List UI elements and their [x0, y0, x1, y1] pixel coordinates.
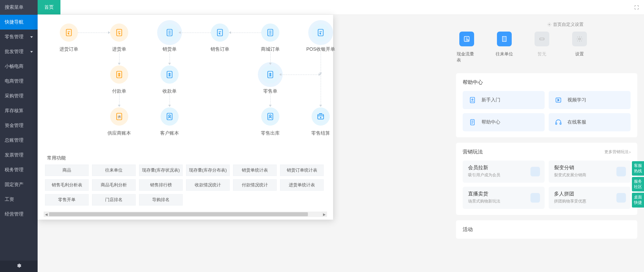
promo-bg-icon [528, 191, 542, 205]
svg-rect-5 [318, 29, 323, 36]
common-chip-2[interactable]: 现存量(库存状况表) [139, 165, 183, 176]
flow-node-retail-settle[interactable]: 零售结算 [295, 107, 346, 136]
flow-node-customer-ledger[interactable]: 客户账本 [144, 107, 195, 136]
svg-point-16 [549, 24, 550, 25]
help-service[interactable]: 在线客服 [549, 113, 631, 131]
sidebar-item-5[interactable]: 电商管理 [0, 74, 38, 89]
common-chip-3[interactable]: 现存量(库存分布表) [186, 165, 230, 176]
quick-settings[interactable]: 设置 [569, 32, 590, 63]
scroll-right-button[interactable]: ▶ [322, 212, 327, 217]
sidebar-item-label: 总账管理 [5, 137, 24, 143]
common-chip-13[interactable]: 门店排名 [92, 194, 136, 206]
common-chip-14[interactable]: 导购排名 [139, 194, 183, 206]
sidebar-item-12[interactable]: 固定资产 [0, 177, 38, 192]
quick-contacts[interactable]: 往来单位 [494, 32, 514, 63]
sidebar-item-label: 搜索菜单 [5, 4, 24, 10]
top-tabbar: 首页 [38, 0, 644, 15]
chevron-right-icon: › [629, 150, 631, 154]
flow-node-retail-out[interactable]: 零售出库 [245, 107, 295, 136]
flow-node-payment[interactable]: 付款单 [94, 65, 144, 94]
sidebar-item-label: 批发管理 [5, 49, 24, 55]
sidebar-item-14[interactable]: 经营管理 [0, 207, 38, 222]
common-chip-11[interactable]: 进货单统计表 [280, 179, 324, 191]
svg-point-14 [269, 115, 271, 117]
common-chip-0[interactable]: 商品 [45, 165, 89, 176]
tab-home[interactable]: 首页 [38, 0, 60, 14]
svg-point-21 [579, 38, 581, 40]
flow-node-supplier-ledger[interactable]: 供供应商账本 [94, 107, 144, 136]
svg-rect-19 [503, 37, 506, 42]
scroll-left-button[interactable]: ◀ [44, 212, 49, 217]
sidebar-item-label: 工资 [5, 196, 14, 202]
sidebar-item-label: 固定资产 [5, 182, 24, 188]
sidebar-item-11[interactable]: 税务管理 [0, 163, 38, 177]
sidebar-item-3[interactable]: 批发管理 [0, 44, 38, 59]
common-chip-1[interactable]: 往来单位 [92, 165, 136, 176]
common-chip-4[interactable]: 销货单统计表 [233, 165, 277, 176]
svg-rect-3 [217, 29, 222, 36]
flow-node-purchase-order[interactable]: 进货订单 [44, 24, 94, 52]
flow-node-purchase[interactable]: 进货单 [94, 24, 144, 52]
quick-icon-label: 往来单位 [496, 51, 513, 57]
flow-node-sale[interactable]: 销货单 [144, 24, 195, 52]
homepage-settings-link[interactable]: 首页自定义设置 [456, 21, 637, 28]
sidebar-item-4[interactable]: 小畅电商 [0, 59, 38, 74]
common-chip-10[interactable]: 付款情况统计 [233, 179, 277, 191]
sidebar-item-2[interactable]: 零售管理 [0, 30, 38, 44]
flow-node-receipt[interactable]: 收款单 [144, 65, 195, 94]
flow-node-mall-order[interactable]: 商城订单 [245, 24, 295, 52]
scroll-track[interactable] [49, 212, 322, 217]
help-help[interactable]: 帮助中心 [463, 113, 545, 131]
sidebar-item-0[interactable]: 搜索菜单 [0, 0, 38, 15]
flow-node-sale-order[interactable]: 销售订单 [195, 24, 245, 52]
sidebar-item-10[interactable]: 发票管理 [0, 148, 38, 163]
promo-item-0[interactable]: 会员拉新吸引用户成为会员 [463, 161, 545, 183]
promo-item-1[interactable]: 裂变分销裂变式发展分销商 [549, 161, 631, 183]
quick-cashflow[interactable]: 现金流量表 [457, 32, 477, 63]
horizontal-scrollbar[interactable]: ◀ ▶ [44, 212, 327, 217]
sidebar-item-label: 电商管理 [5, 78, 24, 84]
sidebar-item-8[interactable]: 资金管理 [0, 118, 38, 133]
common-chip-8[interactable]: 销售排行榜 [139, 179, 183, 191]
promo-bg-icon [614, 191, 628, 205]
help-center-card: 帮助中心 新手入门视频学习帮助中心在线客服 [456, 73, 637, 137]
svg-rect-29 [617, 167, 626, 176]
help-video[interactable]: 视频学习 [549, 91, 631, 109]
svg-rect-20 [540, 38, 544, 40]
flow-node-pos[interactable]: POS收银开单 [295, 24, 346, 52]
common-chip-9[interactable]: 收款情况统计 [186, 179, 230, 191]
flow-node-label: 商城订单 [245, 46, 295, 52]
common-chip-5[interactable]: 销货订单统计表 [280, 165, 324, 176]
sidebar-item-label: 经营管理 [5, 211, 24, 217]
promo-item-3[interactable]: 多人拼团拼团购物享受优惠 [549, 187, 631, 209]
sale-order-icon [211, 24, 229, 42]
scroll-thumb[interactable] [49, 212, 308, 216]
flow-node-retail[interactable]: 零售单 [245, 65, 295, 94]
float-btn-2[interactable]: 桌面快捷 [632, 193, 644, 207]
sidebar-item-9[interactable]: 总账管理 [0, 133, 38, 148]
float-btn-0[interactable]: 客服热线 [632, 161, 644, 176]
svg-rect-30 [531, 193, 540, 202]
svg-rect-31 [617, 193, 626, 202]
sidebar-item-6[interactable]: 采购管理 [0, 89, 38, 103]
svg-rect-15 [318, 115, 323, 119]
common-chip-7[interactable]: 商品毛利分析 [92, 179, 136, 191]
promo-item-2[interactable]: 直播卖货场景式购物新玩法 [463, 187, 545, 209]
promo-more-link[interactable]: 更多营销玩法 › [604, 149, 631, 155]
float-btn-1[interactable]: 服务社区 [632, 177, 644, 191]
flow-node-label: 付款单 [94, 88, 144, 94]
flow-node-label: 零售单 [245, 88, 295, 94]
sidebar-item-13[interactable]: 工资 [0, 192, 38, 207]
promo-bg-icon [614, 165, 628, 178]
quick-none: 暂无 [532, 32, 552, 63]
supplier-ledger-icon: 供 [110, 107, 128, 126]
sidebar-settings-button[interactable] [0, 261, 38, 272]
sidebar-item-7[interactable]: 库存核算 [0, 103, 38, 118]
activity-card: 活动 [456, 220, 637, 239]
common-chip-6[interactable]: 销售毛利分析表 [45, 179, 89, 191]
help-newbie[interactable]: 新手入门 [463, 91, 545, 109]
sidebar-item-1[interactable]: 快捷导航 [0, 15, 38, 30]
common-chip-12[interactable]: 零售开单 [45, 194, 89, 206]
gear-icon [16, 263, 21, 270]
fullscreen-button[interactable] [629, 0, 644, 14]
